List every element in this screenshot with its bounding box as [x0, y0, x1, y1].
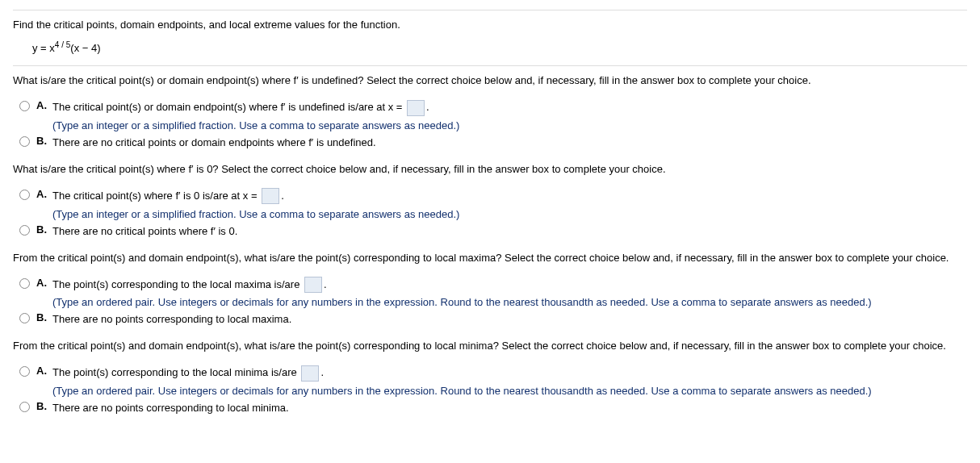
q4-radio-b[interactable] — [19, 402, 30, 412]
q1-optA-hint: (Type an integer or a simplified fractio… — [52, 119, 967, 131]
q1-prompt: What is/are the critical point(s) or dom… — [13, 74, 967, 86]
option-label-b: B. — [36, 400, 52, 412]
q4-optA-body: The point(s) corresponding to the local … — [52, 365, 967, 397]
option-label-a: A. — [36, 188, 52, 200]
option-label-a: A. — [36, 277, 52, 289]
q2-optA-hint: (Type an integer or a simplified fractio… — [52, 208, 967, 220]
formula-exponent: 4 / 5 — [55, 40, 70, 49]
q4-answer-input[interactable] — [301, 365, 319, 382]
q4-optA-hint: (Type an ordered pair. Use integers or d… — [52, 385, 967, 397]
q4-option-b: B. There are no points corresponding to … — [13, 400, 967, 417]
formula-rhs: (x − 4) — [70, 42, 100, 54]
q2-optA-post: . — [281, 190, 284, 202]
q2-options: A. The critical point(s) where f′ is 0 i… — [13, 188, 967, 240]
q1-answer-input[interactable] — [407, 100, 425, 116]
formula-lhs: y = x — [32, 42, 55, 54]
divider — [13, 65, 967, 66]
q3-optA-hint: (Type an ordered pair. Use integers or d… — [52, 296, 967, 308]
q1-radio-b[interactable] — [19, 136, 30, 147]
q4-option-a: A. The point(s) corresponding to the loc… — [13, 365, 967, 397]
q2-radio-a[interactable] — [19, 190, 30, 200]
option-label-a: A. — [36, 365, 52, 377]
option-label-b: B. — [36, 311, 52, 323]
q2-option-b: B. There are no critical points where f′… — [13, 223, 967, 240]
q1-options: A. The critical point(s) or domain endpo… — [13, 99, 967, 152]
function-formula: y = x4 / 5(x − 4) — [32, 40, 967, 54]
q3-radio-a[interactable] — [19, 278, 30, 289]
q3-optA-body: The point(s) corresponding to the local … — [52, 277, 967, 309]
q2-prompt: What is/are the critical point(s) where … — [13, 163, 967, 175]
q4-options: A. The point(s) corresponding to the loc… — [13, 365, 967, 417]
q2-answer-input[interactable] — [262, 188, 279, 204]
option-label-a: A. — [36, 99, 52, 111]
q4-optA-post: . — [320, 366, 324, 378]
q4-prompt: From the critical point(s) and domain en… — [13, 340, 967, 352]
q2-optA-pre: The critical point(s) where f′ is 0 is/a… — [52, 190, 258, 202]
q4-radio-a[interactable] — [19, 366, 30, 377]
q3-option-a: A. The point(s) corresponding to the loc… — [13, 277, 967, 309]
q3-answer-input[interactable] — [304, 277, 322, 293]
q3-optA-post: . — [324, 278, 327, 290]
option-label-b: B. — [36, 223, 52, 236]
problem-intro: Find the critical points, domain endpoin… — [13, 19, 967, 31]
q1-optA-body: The critical point(s) or domain endpoint… — [52, 99, 967, 131]
q4-optB-text: There are no points corresponding to loc… — [52, 400, 967, 417]
q2-radio-b[interactable] — [19, 225, 30, 236]
q3-optB-text: There are no points corresponding to loc… — [52, 311, 967, 328]
q3-prompt: From the critical point(s) and domain en… — [13, 252, 967, 264]
q1-optA-pre: The critical point(s) or domain endpoint… — [52, 101, 402, 113]
q3-optA-pre: The point(s) corresponding to the local … — [52, 278, 299, 290]
q1-option-b: B. There are no critical points or domai… — [13, 135, 967, 152]
q1-optB-text: There are no critical points or domain e… — [52, 135, 967, 152]
q2-optA-body: The critical point(s) where f′ is 0 is/a… — [52, 188, 967, 220]
q3-options: A. The point(s) corresponding to the loc… — [13, 277, 967, 329]
q3-option-b: B. There are no points corresponding to … — [13, 311, 967, 328]
problem-container: Find the critical points, domain endpoin… — [0, 0, 980, 438]
divider-top — [13, 10, 967, 10]
q1-radio-a[interactable] — [19, 101, 30, 111]
q3-radio-b[interactable] — [19, 313, 30, 323]
q4-optA-pre: The point(s) corresponding to the local … — [52, 366, 297, 378]
q2-option-a: A. The critical point(s) where f′ is 0 i… — [13, 188, 967, 220]
q2-optB-text: There are no critical points where f′ is… — [52, 223, 967, 240]
option-label-b: B. — [36, 135, 52, 147]
q1-option-a: A. The critical point(s) or domain endpo… — [13, 99, 967, 131]
q1-optA-post: . — [426, 101, 429, 113]
